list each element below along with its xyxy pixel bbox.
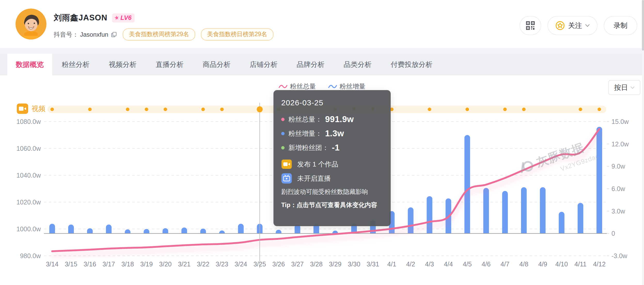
- tab-2[interactable]: 视频分析: [99, 54, 146, 75]
- tab-bar: 数据概览粉丝分析视频分析直播分析商品分析店铺分析品牌分析品类分析付费投放分析: [0, 54, 644, 75]
- tab-1[interactable]: 粉丝分析: [52, 54, 99, 75]
- right-axis-label: -3.0w: [611, 252, 627, 259]
- period-selector[interactable]: 按日: [608, 80, 640, 95]
- video-dot-3/19[interactable]: [145, 108, 148, 111]
- douyin-id-label: 抖音号：: [54, 30, 78, 39]
- video-dot-4/11[interactable]: [579, 108, 582, 111]
- chart-legend: 粉丝总量 粉丝增量: [0, 82, 644, 91]
- x-axis-label-3/18: 3/18: [121, 260, 134, 268]
- bar-3/15[interactable]: [68, 225, 74, 234]
- tab-3[interactable]: 直播分析: [146, 54, 193, 75]
- right-axis-label: 12.0w: [611, 140, 629, 148]
- x-axis-label-3/28: 3/28: [310, 260, 323, 268]
- bar-3/18[interactable]: [125, 229, 130, 233]
- tab-5[interactable]: 店铺分析: [240, 54, 287, 75]
- legend-item-increment[interactable]: 粉丝增量: [328, 82, 365, 91]
- legend-item-total[interactable]: 粉丝总量: [279, 82, 316, 91]
- tooltip-publish-row: 发布 1 个作品: [281, 159, 384, 169]
- bar-3/14[interactable]: [49, 224, 55, 234]
- tab-0[interactable]: 数据概览: [7, 54, 52, 75]
- video-row-header: 视频: [17, 103, 45, 114]
- video-dot-3/18[interactable]: [126, 108, 129, 111]
- left-axis-label: 1060.0w: [16, 145, 41, 152]
- tooltip-tip: Tip： 点击节点可查看具体变化内容: [281, 201, 384, 209]
- scrollbar-thumb[interactable]: [642, 0, 644, 51]
- live-tv-icon: [281, 173, 292, 184]
- right-axis-label: 3.0w: [611, 208, 625, 215]
- rank-badge-weekly[interactable]: 美食指数榜周榜第29名: [123, 28, 195, 41]
- bar-4/2[interactable]: [408, 207, 413, 233]
- follow-button[interactable]: 关注: [547, 16, 598, 35]
- video-dot-4/8[interactable]: [522, 108, 526, 111]
- video-dot-4/12[interactable]: [598, 108, 601, 111]
- tooltip-row-total: 粉丝总量： 991.9w: [281, 114, 384, 125]
- bar-4/10[interactable]: [559, 212, 564, 234]
- left-axis-label: 1080.0w: [16, 118, 41, 125]
- tab-7[interactable]: 品类分析: [334, 54, 381, 75]
- x-axis-label-3/21: 3/21: [178, 260, 191, 268]
- x-axis-label-3/20: 3/20: [159, 260, 172, 268]
- bar-3/17[interactable]: [106, 225, 112, 234]
- copy-icon[interactable]: [111, 31, 117, 38]
- bar-3/23[interactable]: [219, 231, 225, 234]
- blue-dot-icon: [281, 132, 285, 135]
- x-axis-label-4/10: 4/10: [555, 260, 568, 268]
- video-dot-4/5[interactable]: [466, 108, 469, 111]
- bar-4/3[interactable]: [427, 196, 432, 233]
- bar-4/9[interactable]: [540, 187, 546, 233]
- chart-tooltip: 2026-03-25 粉丝总量： 991.9w 粉丝增量： 1.3w 新增粉丝团…: [273, 90, 391, 226]
- left-axis-label: 1020.0w: [16, 199, 41, 206]
- tooltip-live-row: 未开启直播: [281, 173, 384, 184]
- x-axis-label-3/31: 3/31: [367, 260, 379, 268]
- bar-3/26[interactable]: [276, 230, 281, 233]
- x-axis-label-3/26: 3/26: [272, 260, 285, 268]
- video-dot-3/23[interactable]: [220, 108, 224, 111]
- tab-4[interactable]: 商品分析: [193, 54, 240, 75]
- video-dot-3/14[interactable]: [50, 108, 54, 111]
- tooltip-value-total: 991.9w: [325, 114, 354, 124]
- bar-4/6[interactable]: [483, 188, 489, 233]
- x-axis-label-3/23: 3/23: [216, 260, 228, 268]
- bar-4/12[interactable]: [596, 127, 602, 233]
- bar-3/21[interactable]: [181, 227, 187, 233]
- tab-8[interactable]: 付费投放分析: [381, 54, 442, 75]
- video-dot-3/20[interactable]: [164, 108, 167, 111]
- x-axis-label-4/9: 4/9: [538, 260, 547, 268]
- left-axis-label: 1000.0w: [16, 225, 41, 233]
- x-axis-label-4/8: 4/8: [519, 260, 528, 268]
- left-axis-label: 980.0w: [20, 252, 41, 259]
- avatar-image: [15, 9, 46, 39]
- level-text: LV6: [121, 14, 132, 21]
- x-axis-label-4/4: 4/4: [444, 260, 453, 268]
- rank-badge-daily[interactable]: 美食指数榜日榜第29名: [201, 28, 273, 41]
- star-icon: [555, 21, 565, 30]
- bar-3/22[interactable]: [200, 229, 206, 234]
- record-button[interactable]: 录制: [604, 16, 637, 35]
- video-dot-3/16[interactable]: [88, 108, 92, 111]
- user-name: 刘雨鑫JASON: [54, 12, 107, 23]
- x-axis-label-3/29: 3/29: [329, 260, 342, 268]
- qr-code-button[interactable]: [520, 16, 541, 35]
- right-axis-label: 0: [611, 230, 615, 237]
- video-dot-3/22[interactable]: [201, 108, 205, 111]
- x-axis-label-4/3: 4/3: [425, 260, 434, 268]
- bar-3/19[interactable]: [144, 229, 149, 233]
- tooltip-date: 2026-03-25: [281, 98, 384, 107]
- tooltip-live-text: 未开启直播: [297, 174, 331, 183]
- tooltip-value-increment: 1.3w: [325, 129, 344, 138]
- tooltip-row-fanclub: 新增粉丝团： -1: [281, 142, 384, 153]
- bar-4/11[interactable]: [578, 203, 583, 233]
- legend-label-total: 粉丝总量: [290, 82, 316, 91]
- avatar[interactable]: [15, 9, 46, 39]
- video-dot-4/7[interactable]: [503, 108, 507, 111]
- tooltip-note: 剧烈波动可能受粉丝数隐藏影响: [281, 188, 384, 196]
- video-row-label: 视频: [32, 104, 45, 113]
- bar-4/7[interactable]: [502, 191, 508, 234]
- video-dot-active-3/25[interactable]: [257, 106, 263, 112]
- bar-4/5[interactable]: [465, 135, 470, 233]
- tab-6[interactable]: 品牌分析: [287, 54, 334, 75]
- bar-3/16[interactable]: [87, 228, 93, 233]
- video-dot-4/3[interactable]: [428, 108, 431, 111]
- bar-3/24[interactable]: [238, 224, 244, 234]
- bar-4/8[interactable]: [521, 187, 527, 233]
